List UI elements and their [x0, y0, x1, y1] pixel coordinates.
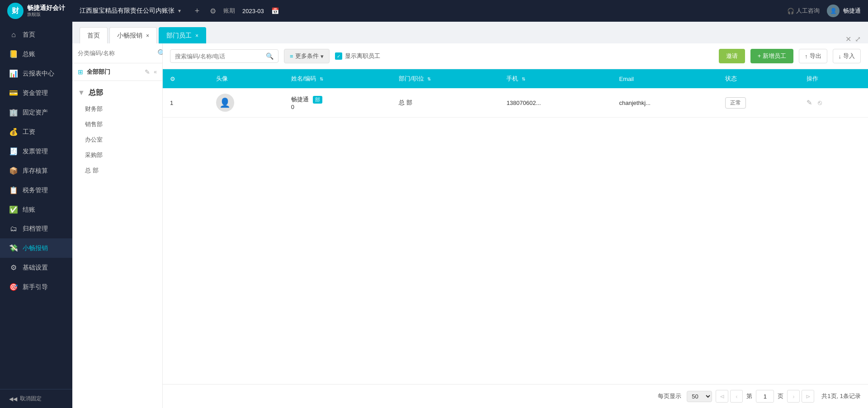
sidebar-item-label: 云报表中心: [23, 70, 54, 78]
tab-dept-close[interactable]: ×: [195, 33, 198, 39]
sidebar-item-invoice[interactable]: 🧾 发票管理: [0, 142, 72, 161]
per-page-select[interactable]: 50 100 200: [687, 391, 712, 402]
filter-chevron-icon: ▾: [321, 53, 324, 60]
dept-tree: ▼ 总部 财务部 销售部 办公室 采购部: [72, 81, 162, 408]
col-email: Email: [612, 69, 717, 88]
sidebar-item-basic[interactable]: ⚙ 基础设置: [0, 258, 72, 277]
page-input[interactable]: [756, 390, 774, 403]
avatar: 👤: [827, 5, 840, 17]
tab-expense-close[interactable]: ×: [146, 33, 149, 39]
dept-item-purchase[interactable]: 采购部: [72, 147, 162, 163]
sidebar: ⌂ 首页 📒 总账 📊 云报表中心 💳 资金管理 🏢 固定资产 💰 工资: [0, 22, 72, 408]
toolbar: 🔍 ≡ 更多条件 ▾ ✓ 显示离职员工 邀请 + 新增员工: [163, 43, 868, 69]
period-value[interactable]: 2023-03: [242, 8, 264, 14]
right-content: 🔍 ≡ 更多条件 ▾ ✓ 显示离职员工 邀请 + 新增员工: [163, 43, 868, 408]
row-status: 正常: [718, 88, 799, 118]
dept-tree-root[interactable]: ▼ 总部: [72, 85, 162, 101]
show-resigned-toggle[interactable]: ✓ 显示离职员工: [335, 52, 380, 60]
show-resigned-checkbox[interactable]: ✓: [335, 52, 342, 60]
calendar-icon[interactable]: 📅: [271, 7, 279, 14]
page-content: 🔍 ⊞ 全部部门 ✎ « ▼ 总部 财务部: [72, 43, 868, 408]
tab-dept-employee[interactable]: 部门员工 ×: [159, 27, 206, 43]
last-page-button[interactable]: ⊳: [802, 390, 814, 403]
employee-search-input[interactable]: [175, 53, 263, 60]
top-header: 财 畅捷通好会计 旗舰版 江西服宝精品有限责任公司内账张 ▾ + ⚙ 账期 20…: [0, 0, 868, 22]
sidebar-item-ledger[interactable]: 📒 总账: [0, 44, 72, 64]
invite-button[interactable]: 邀请: [719, 49, 745, 63]
import-button[interactable]: ↓ 导入: [833, 49, 861, 63]
sidebar-item-home[interactable]: ⌂ 首页: [0, 25, 72, 44]
tab-expense[interactable]: 小畅报销 ×: [109, 27, 157, 43]
logout-icon[interactable]: ⎋: [818, 99, 822, 107]
sidebar-item-expense[interactable]: 💸 小畅报销: [0, 238, 72, 258]
logo-area: 财 畅捷通好会计 旗舰版: [7, 3, 80, 19]
dept-root-label: 总部: [89, 89, 103, 96]
app-name: 畅捷通好会计: [27, 4, 65, 12]
tab-dept-label: 部门员工: [166, 32, 192, 40]
dept-grid-icon: ⊞: [78, 68, 83, 76]
sidebar-item-archive[interactable]: 🗂 归档管理: [0, 219, 72, 238]
dept-sales-label: 销售部: [85, 121, 103, 128]
tab-home[interactable]: 首页: [80, 27, 108, 43]
settings-icon[interactable]: ⚙: [210, 7, 216, 15]
col-dept[interactable]: 部门/职位 ⇅: [392, 69, 499, 88]
pagination-buttons: ⊲ ‹ 第 页 › ⊳: [716, 390, 814, 403]
dept-item-office[interactable]: 办公室: [72, 132, 162, 147]
export-label: 导出: [810, 52, 821, 60]
sidebar-item-guide[interactable]: 🎯 新手引导: [0, 277, 72, 297]
dept-panel: 🔍 ⊞ 全部部门 ✎ « ▼ 总部 财务部: [72, 43, 163, 408]
header-middle: + ⚙ 账期 2023-03 📅: [192, 5, 279, 16]
company-selector[interactable]: 江西服宝精品有限责任公司内账张 ▾: [80, 7, 181, 15]
sidebar-item-salary[interactable]: 💰 工资: [0, 122, 72, 142]
sidebar-item-label: 结账: [23, 206, 35, 214]
expand-arrow-icon: ▼: [78, 89, 85, 96]
sidebar-item-settle[interactable]: ✅ 结账: [0, 200, 72, 219]
dept-item-general[interactable]: 总 部: [72, 163, 162, 178]
support-button[interactable]: 🎧 人工咨询: [787, 7, 820, 15]
dept-finance-label: 财务部: [85, 105, 103, 112]
add-employee-button[interactable]: + 新增员工: [750, 49, 793, 63]
col-status: 状态: [718, 69, 799, 88]
sidebar-item-tax[interactable]: 📋 税务管理: [0, 180, 72, 200]
invoice-icon: 🧾: [9, 147, 18, 156]
dept-edit-icon[interactable]: ✎: [145, 68, 150, 76]
sidebar-nav: ⌂ 首页 📒 总账 📊 云报表中心 💳 资金管理 🏢 固定资产 💰 工资: [0, 22, 72, 389]
table-footer: 每页显示 50 100 200 ⊲ ‹ 第 页 › ⊳: [163, 384, 868, 408]
close-tab-btn[interactable]: ✕: [845, 35, 851, 43]
employee-dept-tag: 部: [313, 96, 322, 104]
dept-purchase-label: 采购部: [85, 152, 103, 158]
dept-item-finance[interactable]: 财务部: [72, 101, 162, 117]
cancel-pin-button[interactable]: ◀◀ 取消固定: [0, 389, 72, 408]
sidebar-item-label: 归档管理: [23, 225, 48, 233]
edit-icon[interactable]: ✎: [807, 99, 812, 107]
sidebar-item-inventory[interactable]: 📦 库存核算: [0, 161, 72, 180]
col-name[interactable]: 姓名/编码 ⇅: [284, 69, 392, 88]
export-button[interactable]: ↑ 导出: [799, 49, 827, 63]
add-tab-button[interactable]: +: [192, 5, 203, 16]
sidebar-item-label: 新手引导: [23, 283, 48, 291]
status-badge: 正常: [725, 97, 746, 109]
sidebar-item-fixed-assets[interactable]: 🏢 固定资产: [0, 103, 72, 122]
archive-icon: 🗂: [9, 225, 18, 233]
header-right: 🎧 人工咨询 👤 畅捷通: [787, 5, 861, 17]
maximize-tab-btn[interactable]: ⤢: [855, 35, 861, 43]
user-menu[interactable]: 👤 畅捷通: [827, 5, 861, 17]
col-phone[interactable]: 手机 ⇅: [499, 69, 612, 88]
sidebar-item-label: 资金管理: [23, 89, 48, 97]
sidebar-item-assets-mgmt[interactable]: 💳 资金管理: [0, 83, 72, 103]
prev-page-button[interactable]: ‹: [730, 390, 743, 403]
show-resigned-label: 显示离职员工: [345, 52, 380, 60]
next-page-button[interactable]: ›: [787, 390, 800, 403]
sidebar-item-reports[interactable]: 📊 云报表中心: [0, 64, 72, 83]
dept-search-input[interactable]: [78, 50, 154, 57]
row-dept: 总 部: [392, 88, 499, 118]
first-page-button[interactable]: ⊲: [716, 390, 728, 403]
dept-collapse-icon[interactable]: «: [154, 69, 157, 75]
col-settings[interactable]: ⚙: [163, 69, 209, 88]
search-icon[interactable]: 🔍: [266, 52, 274, 60]
employee-table: ⚙ 头像 姓名/编码 ⇅ 部门/职位 ⇅ 手机 ⇅ Email 状态 操作: [163, 69, 868, 384]
page-label: 页: [778, 392, 783, 400]
chevron-down-icon: ▾: [178, 8, 181, 14]
dept-item-sales[interactable]: 销售部: [72, 117, 162, 132]
filter-button[interactable]: ≡ 更多条件 ▾: [284, 49, 330, 63]
